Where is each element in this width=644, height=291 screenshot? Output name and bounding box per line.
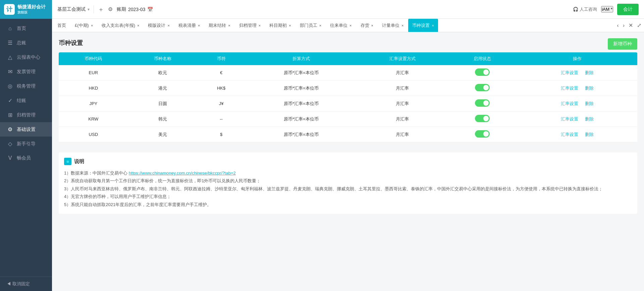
notes-heading: 说明: [74, 158, 84, 165]
tab-home[interactable]: 首页: [53, 19, 70, 32]
tab-unit[interactable]: 计量单位 ×: [378, 19, 408, 32]
notes-link[interactable]: https://www.chinamoney.com.cn/chinese/bk…: [129, 171, 236, 176]
tab-label-unit: 计量单位: [382, 22, 399, 29]
sidebar-item-guide[interactable]: ◇ 新手引导: [0, 137, 52, 151]
sidebar-label-reports: 云报表中心: [17, 54, 40, 60]
settings-icon[interactable]: ⚙: [108, 6, 113, 12]
rate-settings-link[interactable]: 汇率设置: [561, 116, 578, 122]
delete-link[interactable]: 删除: [585, 116, 594, 122]
tab-archive[interactable]: 归档管理 ×: [235, 19, 265, 32]
cell-actions: 汇率设置 删除: [517, 127, 637, 142]
notes-section: ≡ 说明 1）数据来源：中国外汇交易中心 https://www.chinamo…: [59, 152, 637, 214]
tab-currency[interactable]: 币种设置 ×: [408, 19, 438, 32]
tab-income[interactable]: 收入支出表(年报) ×: [98, 19, 143, 32]
cell-calc: 原币*汇率=本位币: [245, 111, 357, 127]
sidebar-label-invoice: 发票管理: [17, 69, 36, 75]
sidebar-label-ledger: 总账: [17, 40, 26, 46]
tabbar: 首页£(中期) ×收入支出表(年报) ×模版设计 ×税表清册 ×期末结转 ×归档…: [52, 19, 644, 32]
table-row: EUR欧元€原币*汇率=本位币月汇率汇率设置 删除: [59, 65, 637, 81]
tab-close-inventory[interactable]: ×: [371, 23, 373, 28]
sidebar-item-home[interactable]: ⌂ 首页: [0, 21, 52, 36]
sidebar-label-member: 畅会员: [17, 155, 31, 161]
tab-close-counterpart[interactable]: ×: [350, 23, 352, 28]
rate-settings-link[interactable]: 汇率设置: [561, 86, 578, 91]
calendar-icon[interactable]: 📅: [147, 7, 153, 12]
toggle-enabled[interactable]: [475, 115, 490, 122]
tax-icon: ◎: [7, 83, 13, 89]
org-selector[interactable]: 基层工会测试 ▾: [57, 6, 90, 12]
tab-period_end[interactable]: 期末结转 ×: [205, 19, 234, 32]
tab-close-currency[interactable]: ×: [432, 23, 434, 28]
tab-dept[interactable]: 部门员工 ×: [296, 19, 325, 32]
rate-settings-link[interactable]: 汇率设置: [561, 70, 578, 75]
tab-close-period[interactable]: ×: [91, 23, 93, 28]
cell-code: KRW: [59, 111, 128, 127]
notes-item-0: 1）数据来源：中国外汇交易中心 https://www.chinamoney.c…: [64, 169, 632, 177]
chevron-down-icon: ▾: [88, 7, 90, 12]
sidebar-item-reports[interactable]: △ 云报表中心: [0, 50, 52, 64]
tab-label-home: 首页: [57, 22, 66, 29]
accounting-button[interactable]: 会计: [617, 4, 639, 15]
tab-close-dept[interactable]: ×: [319, 23, 321, 28]
rate-settings-link[interactable]: 汇率设置: [561, 101, 578, 106]
add-tab-button[interactable]: ＋: [98, 5, 104, 13]
notes-list: 1）数据来源：中国外汇交易中心 https://www.chinamoney.c…: [64, 169, 632, 208]
help-button[interactable]: 🎧 人工咨询: [573, 6, 597, 12]
sidebar: 计 畅捷通好会计 旗舰版 ⌂ 首页☰ 总账△ 云报表中心✉ 发票管理◎ 税务管理…: [0, 0, 52, 291]
sidebar-item-invoice[interactable]: ✉ 发票管理: [0, 64, 52, 79]
tab-close-template[interactable]: ×: [167, 23, 169, 28]
tab-close-subjects[interactable]: ×: [289, 23, 291, 28]
tab-expand-icon[interactable]: ⤢: [636, 21, 643, 30]
tab-close-unit[interactable]: ×: [401, 23, 404, 28]
new-currency-button[interactable]: 新增币种: [608, 38, 637, 50]
sidebar-item-ledger[interactable]: ☰ 总账: [0, 36, 52, 50]
delete-link[interactable]: 删除: [585, 132, 594, 137]
cell-symbol: --: [197, 111, 245, 127]
logo-icon: 计: [4, 4, 15, 15]
delete-link[interactable]: 删除: [585, 86, 594, 91]
cell-code: HKD: [59, 81, 128, 96]
tab-close-income[interactable]: ×: [137, 23, 139, 28]
tab-period[interactable]: £(中期) ×: [71, 19, 97, 32]
notes-item-4: 5）系统只能自动抓取2021年度后的汇率，之前年度汇率需要用户手工维护。: [64, 201, 632, 208]
rate-settings-link[interactable]: 汇率设置: [561, 132, 578, 137]
iam-button[interactable]: iAM *: [601, 6, 613, 12]
tab-close-period_end[interactable]: ×: [228, 23, 230, 28]
logo-text: 畅捷通好会计 旗舰版: [17, 4, 46, 15]
tab-label-dept: 部门员工: [300, 22, 317, 29]
cell-symbol: J¥: [197, 96, 245, 111]
toggle-enabled[interactable]: [475, 99, 490, 107]
cell-rate-type: 月汇率: [357, 65, 448, 81]
table-header-币种代码: 币种代码: [59, 52, 128, 65]
delete-link[interactable]: 删除: [585, 101, 594, 106]
toggle-enabled[interactable]: [475, 130, 490, 138]
tab-close-tax[interactable]: ×: [198, 23, 200, 28]
tab-close-all-icon[interactable]: ✕: [627, 21, 634, 30]
tab-counterpart[interactable]: 往来单位 ×: [326, 19, 356, 32]
tab-next-icon[interactable]: ›: [622, 21, 626, 30]
settlement-icon: ✓: [7, 97, 13, 104]
tab-label-period_end: 期末结转: [209, 22, 226, 29]
sidebar-collapse-btn[interactable]: ◀ 取消固定: [0, 277, 52, 291]
org-name: 基层工会测试: [57, 6, 86, 12]
cell-name: 韩元: [128, 111, 198, 127]
tab-tax[interactable]: 税表清册 ×: [174, 19, 204, 32]
tab-inventory[interactable]: 存货 ×: [357, 19, 377, 32]
cell-code: JPY: [59, 96, 128, 111]
tab-prev-icon[interactable]: ‹: [615, 21, 620, 30]
sidebar-item-tax[interactable]: ◎ 税务管理: [0, 79, 52, 93]
period-value: 2023-03: [128, 7, 145, 12]
table-header-操作: 操作: [517, 52, 637, 65]
toggle-enabled[interactable]: [475, 68, 490, 76]
cell-calc: 原币*汇率=本位币: [245, 96, 357, 111]
tab-close-archive[interactable]: ×: [259, 23, 261, 28]
sidebar-item-archive[interactable]: ⊞ 归档管理: [0, 108, 52, 122]
sidebar-item-settlement[interactable]: ✓ 结账: [0, 93, 52, 108]
tab-subjects[interactable]: 科目期初 ×: [265, 19, 295, 32]
sidebar-item-settings[interactable]: ⚙ 基础设置: [0, 122, 52, 137]
delete-link[interactable]: 删除: [585, 70, 594, 75]
sidebar-item-member[interactable]: V 畅会员: [0, 151, 52, 165]
toggle-enabled[interactable]: [475, 84, 490, 91]
cell-symbol: HK$: [197, 81, 245, 96]
tab-template[interactable]: 模版设计 ×: [144, 19, 173, 32]
